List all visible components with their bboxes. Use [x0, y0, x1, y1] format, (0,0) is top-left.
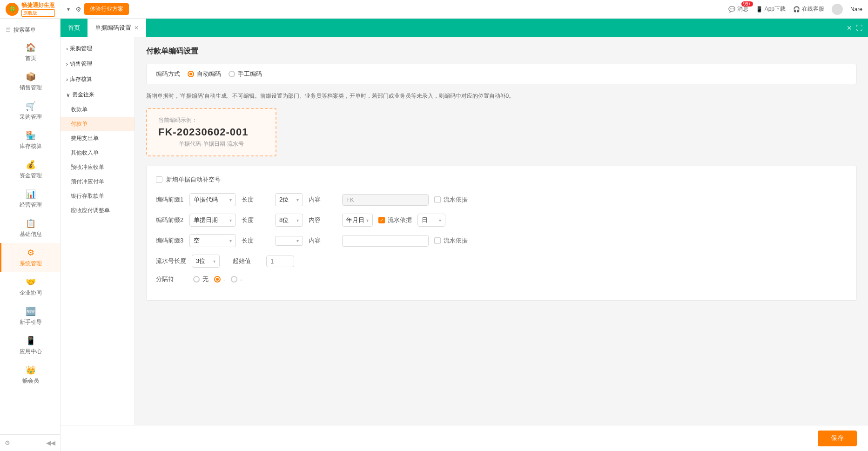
header-right: 💬 消息 99+ 📱 App下载 🎧 在线客服 Nare — [728, 4, 862, 15]
sep-none-radio[interactable]: 无 — [193, 275, 209, 283]
prefix3-label: 编码前缀3 — [156, 236, 184, 245]
trial-button[interactable]: 体验行业方案 — [84, 3, 129, 15]
footer-collapse-icon[interactable]: ◀◀ — [46, 439, 55, 446]
prefix2-serial-cb[interactable]: ✓ — [378, 217, 385, 223]
sub-menu-item-advance-offset[interactable]: 预付冲应付单 — [61, 175, 135, 189]
sep-dash-radio[interactable]: - — [214, 276, 225, 283]
settings-icon[interactable]: ⚙ — [75, 6, 81, 13]
search-menu[interactable]: ☰ 搜索菜单 — [0, 22, 60, 38]
sidebar-item-guide[interactable]: 🆕 新手引导 — [0, 302, 60, 331]
prefix3-length-select[interactable]: ▾ — [275, 236, 303, 246]
prefix2-serial-checkbox[interactable]: ✓ 流水依据 — [378, 216, 412, 224]
prefix3-serial-cb[interactable] — [434, 237, 441, 244]
code-preview-label: 当前编码示例： — [158, 116, 264, 124]
sub-menu-item-prepay-offset[interactable]: 预收冲应收单 — [61, 160, 135, 175]
tab-bar: 首页 单据编码设置 ✕ ✕ ⛶ — [61, 19, 868, 37]
sidebar-item-member[interactable]: 👑 畅会员 — [0, 360, 60, 390]
search-icon: ☰ — [6, 27, 11, 34]
chevron-down-icon-4: ▾ — [296, 218, 299, 223]
prefix2-serial-select[interactable]: 日 ▾ — [417, 214, 445, 227]
sidebar-item-collab[interactable]: 🤝 企业协同 — [0, 272, 60, 302]
prefix2-select[interactable]: 单据日期 ▾ — [189, 214, 236, 227]
sub-menu-item-payment[interactable]: 付款单 — [61, 117, 135, 131]
footer-settings-icon[interactable]: ⚙ — [5, 439, 10, 446]
start-value-input[interactable] — [266, 256, 294, 267]
manual-radio-button[interactable] — [229, 71, 235, 77]
tab-close-all-icon[interactable]: ✕ — [847, 24, 852, 32]
form-section: 新增单据自动补空号 编码前缀1 单据代码 ▾ 长度 2位 ▾ — [146, 166, 857, 301]
sub-menu-item-receipt[interactable]: 收款单 — [61, 102, 135, 117]
auto-fill-checkbox[interactable] — [156, 176, 162, 183]
save-button[interactable]: 保存 — [818, 431, 857, 446]
chevron-down-icon: ▾ — [229, 197, 232, 202]
encoding-label: 编码方式 — [156, 70, 180, 78]
sub-menu-item-bank[interactable]: 银行存取款单 — [61, 189, 135, 203]
tab-encoding-settings[interactable]: 单据编码设置 ✕ — [87, 19, 146, 37]
prefix2-content-label: 内容 — [309, 216, 336, 224]
sep-none-btn[interactable] — [193, 276, 200, 283]
inventory-icon: 🏪 — [26, 130, 36, 141]
app-download-button[interactable]: 📱 App下载 — [756, 5, 786, 13]
nav-dropdown[interactable]: ▾ — [64, 5, 73, 13]
auto-encoding-radio[interactable]: 自动编码 — [188, 70, 221, 78]
sub-menu-inventory: › 库存核算 — [61, 72, 135, 87]
prefix2-length-select[interactable]: 8位 ▾ — [275, 214, 303, 227]
tab-expand-icon[interactable]: ⛶ — [856, 24, 862, 32]
serial-length-select[interactable]: 3位 ▾ — [192, 255, 220, 268]
sub-menu-header-inventory[interactable]: › 库存核算 — [61, 72, 135, 87]
sidebar-item-inventory[interactable]: 🏪 库存核算 — [0, 126, 60, 155]
sep-dash-btn[interactable] — [214, 276, 221, 283]
sidebar-item-ops[interactable]: 📊 经营管理 — [0, 184, 60, 214]
user-name[interactable]: Nare — [850, 6, 862, 13]
sub-sidebar: › 采购管理 › 销售管理 › 库存核算 — [61, 37, 135, 425]
tab-home[interactable]: 首页 — [61, 19, 87, 37]
sub-menu-header-capital[interactable]: ∨ 资金往来 — [61, 87, 135, 102]
serial-length-label: 流水号长度 — [156, 257, 186, 265]
prefix1-select[interactable]: 单据代码 ▾ — [189, 193, 236, 206]
sep-dot-btn[interactable] — [231, 276, 237, 283]
prefix1-length-select[interactable]: 2位 ▾ — [275, 193, 303, 206]
main-layout: ☰ 搜索菜单 🏠 首页 📦 销售管理 🛒 采购管理 🏪 库存核算 💰 资 — [0, 19, 868, 451]
tab-close-icon[interactable]: ✕ — [134, 25, 139, 31]
online-service-button[interactable]: 🎧 在线客服 — [793, 5, 824, 13]
prefix3-content-input[interactable] — [342, 235, 429, 247]
sub-menu-purchase: › 采购管理 — [61, 41, 135, 56]
prefix1-serial-checkbox[interactable]: 流水依据 — [434, 195, 468, 204]
logo-area: 🍀 畅捷通好生意 旗舰版 — [6, 1, 55, 17]
sidebar-item-finance[interactable]: 💰 资金管理 — [0, 155, 60, 184]
sales-icon: 📦 — [26, 72, 36, 82]
auto-radio-button[interactable] — [188, 71, 194, 77]
sub-menu-item-expense[interactable]: 费用支出单 — [61, 131, 135, 146]
sidebar-item-basic[interactable]: 📋 基础信息 — [0, 214, 60, 243]
sidebar-item-system[interactable]: ⚙ 系统管理 — [0, 243, 60, 272]
sub-menu-item-other-income[interactable]: 其他收入单 — [61, 146, 135, 160]
sidebar-item-purchase[interactable]: 🛒 采购管理 — [0, 96, 60, 126]
sidebar-item-home[interactable]: 🏠 首页 — [0, 38, 60, 67]
prefix2-content-select[interactable]: 年月日 ▾ — [342, 214, 373, 227]
manual-encoding-radio[interactable]: 手工编码 — [229, 70, 262, 78]
sidebar-item-sales[interactable]: 📦 销售管理 — [0, 67, 60, 96]
logo-text: 畅捷通好生意 旗舰版 — [21, 1, 55, 17]
sidebar-nav: ☰ 搜索菜单 🏠 首页 📦 销售管理 🛒 采购管理 🏪 库存核算 💰 资 — [0, 19, 60, 434]
prefix1-content-input — [342, 194, 429, 206]
sidebar-item-appstore[interactable]: 📱 应用中心 — [0, 331, 60, 360]
sub-menu-item-adjustment[interactable]: 应收应付调整单 — [61, 203, 135, 218]
content-area: › 采购管理 › 销售管理 › 库存核算 — [61, 37, 868, 425]
bottom-bar: 保存 — [61, 425, 868, 451]
sub-menu-header-purchase[interactable]: › 采购管理 — [61, 41, 135, 56]
message-button[interactable]: 💬 消息 99+ — [728, 5, 748, 13]
prefix1-serial-cb[interactable] — [434, 196, 441, 203]
sep-dot-radio[interactable]: · — [231, 276, 242, 283]
chevron-down-icon-2: ▾ — [296, 197, 299, 202]
code-preview-sub: 单据代码-单据日期-流水号 — [158, 140, 264, 148]
auto-fill-row: 新增单据自动补空号 — [156, 175, 847, 184]
home-icon: 🏠 — [26, 42, 36, 53]
sub-menu-header-sales[interactable]: › 销售管理 — [61, 56, 135, 72]
sub-menu-sales: › 销售管理 — [61, 56, 135, 72]
start-value-label: 起始值 — [233, 257, 261, 265]
purchase-icon: 🛒 — [26, 101, 36, 111]
prefix3-serial-checkbox[interactable]: 流水依据 — [434, 236, 468, 245]
encoding-radio-group: 自动编码 手工编码 — [188, 70, 262, 78]
prefix3-select[interactable]: 空 ▾ — [189, 234, 236, 247]
user-avatar[interactable] — [832, 4, 843, 15]
